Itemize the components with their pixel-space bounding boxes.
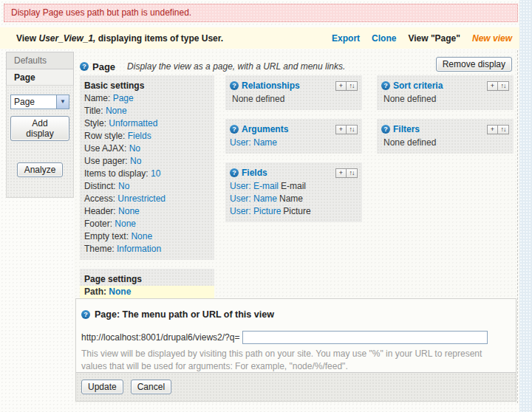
box-item: User: Name [230,137,358,149]
help-icon[interactable]: ? [230,81,239,90]
setting-row: Empty text: None [84,230,210,243]
tab-page[interactable]: Page [6,69,74,86]
view-action-link[interactable]: New view [472,33,512,44]
add-icon[interactable]: + [335,81,347,91]
rearrange-icon[interactable]: ↑↓ [347,168,358,178]
setting-value-link[interactable]: 10 [151,168,160,179]
setting-value-link[interactable]: No [129,143,140,154]
setting-value-link[interactable]: None [131,231,152,241]
setting-value-link[interactable]: Page [113,93,134,103]
setting-value-link[interactable]: No [118,181,129,191]
help-icon[interactable]: ? [81,310,90,319]
page-background-strip [519,0,532,412]
update-button[interactable]: Update [81,380,123,394]
setting-row: Use pager: No [84,155,210,168]
setting-row: Theme: Information [84,243,210,255]
item-link[interactable]: User: Name [230,193,277,204]
box-item: None defined [381,93,509,106]
error-message-text: Display Page uses path but path is undef… [11,7,191,18]
view-name: User_View_1, [38,33,95,44]
arguments-box: ? Arguments +↑↓ User: Name [225,119,362,154]
setting-row: Access: Unrestricted [84,193,210,205]
basic-settings-box: Basic settings Name: Page Title: None St… [80,75,214,260]
view-action-links: ExportCloneView "Page"New view [332,33,512,44]
setting-value-link[interactable]: No [130,156,141,166]
setting-value-link[interactable]: None [109,286,131,297]
filters-title-link[interactable]: Filters [393,123,484,136]
setting-row: Title: None [84,105,210,117]
setting-value-link[interactable]: Information [117,244,161,254]
setting-value-link[interactable]: None [115,219,136,229]
tab-defaults[interactable]: Defaults [6,52,74,69]
setting-row: Footer: None [84,218,210,230]
settings-column-2: ? Relationships +↑↓ None defined ? Argum… [225,75,362,231]
sort-criteria-box: ? Sort criteria +↑↓ None defined [377,75,514,110]
url-row: http://localhost:8001/drupal6/views2/?q= [81,331,516,344]
sidebar-body: Page ▼ Add display Analyze [6,86,74,198]
add-icon[interactable]: + [487,81,498,91]
item-link[interactable]: User: Picture [230,206,281,216]
add-display-button[interactable]: Add display [10,116,69,141]
path-input[interactable] [242,331,488,344]
setting-row: Distinct: No [84,180,210,193]
display-sidebar: Defaults Page Page ▼ Add display Analyze [6,52,74,198]
box-item: User: NameName [230,193,358,205]
setting-value-link[interactable]: None [106,106,127,116]
rearrange-icon[interactable]: ↑↓ [347,125,358,134]
item-link[interactable]: User: E-mail [230,181,279,191]
view-summary-bar: View User_View_1, displaying items of ty… [0,27,519,49]
setting-value-link[interactable]: Unrestricted [117,193,166,204]
chevron-down-icon[interactable]: ▼ [56,95,69,109]
cancel-button[interactable]: Cancel [131,380,171,394]
relationships-box: ? Relationships +↑↓ None defined [225,75,362,110]
remove-display-button[interactable]: Remove display [436,57,512,72]
box-item: None defined [230,93,358,106]
settings-column-1: Basic settings Name: Page Title: None St… [80,75,214,324]
box-item: None defined [381,137,509,149]
display-type-select-value: Page [11,97,56,107]
view-action-link[interactable]: Export [332,33,360,44]
arguments-title-link[interactable]: Arguments [242,123,332,136]
basic-settings-title: Basic settings [84,79,210,92]
setting-row: Use AJAX: No [84,143,210,155]
fields-title-link[interactable]: Fields [242,166,332,179]
setting-row: Row style: Fields [84,130,210,143]
fields-box: ? Fields +↑↓ User: E-mailE-mailUser: Nam… [225,162,362,222]
sort-criteria-title-link[interactable]: Sort criteria [393,79,484,92]
filters-box: ? Filters +↑↓ None defined [377,119,514,154]
rearrange-icon[interactable]: ↑↓ [347,81,358,91]
help-icon[interactable]: ? [381,125,390,134]
error-message: Display Page uses path but path is undef… [4,4,518,22]
setting-value-link[interactable]: Fields [128,131,151,141]
add-icon[interactable]: + [487,125,498,134]
relationships-title-link[interactable]: Relationships [242,79,332,92]
url-prefix: http://localhost:8001/drupal6/views2/?q= [81,332,239,343]
rearrange-icon[interactable]: ↑↓ [498,125,509,134]
display-settings-panel: ? Page Display the view as a page, with … [74,50,518,403]
help-icon[interactable]: ? [80,62,89,71]
add-icon[interactable]: + [335,125,347,134]
display-title: Page [92,61,115,72]
settings-column-3: ? Sort criteria +↑↓ None defined ? Filte… [377,75,514,162]
item-link[interactable]: User: Name [230,137,277,148]
help-icon[interactable]: ? [381,81,390,90]
page-settings-title: Page settings [84,272,210,286]
box-item: User: E-mailE-mail [230,180,358,193]
display-type-select[interactable]: Page ▼ [10,95,69,109]
path-config-form: ? Page: The menu path or URL of this vie… [75,298,516,402]
setting-value-link[interactable]: Unformatted [109,118,157,128]
path-form-description: This view will be displayed by visiting … [81,348,510,373]
help-icon[interactable]: ? [230,125,239,134]
setting-value-link[interactable]: None [118,206,140,216]
help-icon[interactable]: ? [230,168,239,177]
analyze-button[interactable]: Analyze [17,162,63,177]
view-action-link[interactable]: View "Page" [408,33,460,44]
setting-row: Name: Page [84,92,210,105]
setting-row: Path: None [80,286,214,298]
view-action-link[interactable]: Clone [372,33,396,44]
add-icon[interactable]: + [335,168,347,178]
setting-row: Header: None [84,205,210,218]
rearrange-icon[interactable]: ↑↓ [498,81,509,91]
box-item: User: PicturePicture [230,205,358,218]
path-form-title: ? Page: The menu path or URL of this vie… [81,309,516,320]
